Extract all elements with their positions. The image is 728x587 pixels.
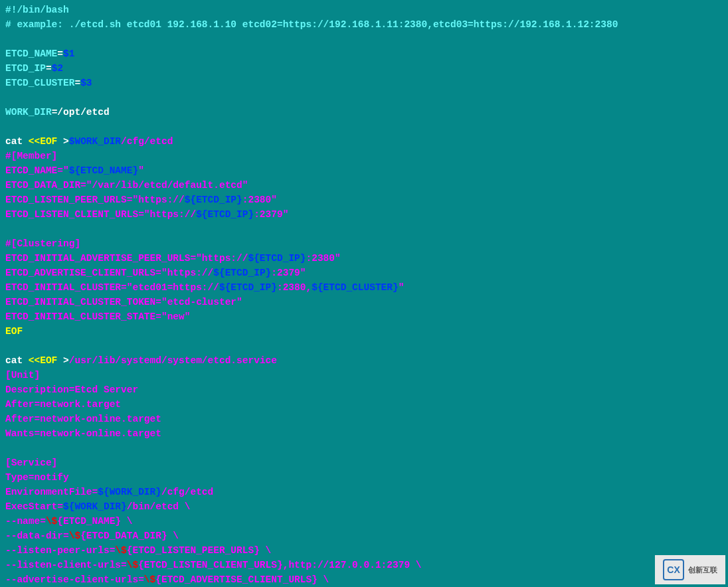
code-token: --data-dir= [5,531,69,541]
code-token: = [57,48,63,59]
code-token: {ETCD_NAME} \ [57,516,132,527]
code-line: Wants=network-online.target [5,426,723,441]
code-token: $WORK_DIR [69,136,121,147]
code-token: \$ [127,560,138,570]
code-line: ExecStart=${WORK_DIR}/bin/etcd \ [5,499,723,514]
code-line: cat <<EOF >/usr/lib/systemd/system/etcd.… [5,353,723,368]
code-line: EOF [5,324,723,339]
code-line: Type=notify [5,470,723,485]
code-line [5,90,723,105]
code-line: Description=Etcd Server [5,382,723,397]
code-token: " [138,165,144,176]
code-line: --advertise-client-urls=\${ETCD_ADVERTIS… [5,572,723,587]
code-token: #[Clustering] [5,238,80,249]
code-line: WORK_DIR=/opt/etcd [5,105,723,120]
code-line: [Service] [5,456,723,470]
code-token: --name= [5,516,46,527]
code-line: --listen-peer-urls=\${ETCD_LISTEN_PEER_U… [5,543,723,558]
code-token: ETCD_INITIAL_ADVERTISE_PEER_URLS="https:… [5,253,248,264]
code-line [5,441,723,456]
code-token: ETCD_LISTEN_CLIENT_URLS="https:// [5,209,196,220]
code-token: After=network-online.target [5,414,161,424]
code-token: [Unit] [5,370,40,380]
code-token: ${WORK_DIR} [98,487,161,497]
code-token: # example: ./etcd.sh etcd01 192.168.1.10… [5,19,618,30]
watermark: CX 创新互联 [655,555,725,584]
code-token: {ETCD_ADVERTISE_CLIENT_URLS} \ [155,574,329,585]
code-token: ETCD_INITIAL_CLUSTER_STATE="new" [5,311,190,322]
code-token: cat [5,355,29,366]
code-line: #!/bin/bash [5,3,723,17]
code-token: /cfg/etcd [121,136,173,147]
code-token: /usr/lib/systemd/system/etcd.service [69,355,277,366]
code-token: ${ETCD_IP} [248,253,306,264]
code-line: ETCD_INITIAL_CLUSTER="etcd01=https://${E… [5,280,723,295]
code-token: --advertise-client-urls= [5,574,144,585]
code-token: {ETCD_LISTEN_PEER_URLS} \ [127,545,272,556]
code-token: > [63,136,69,147]
code-token: {ETCD_DATA_DIR} \ [80,531,179,541]
code-line: ETCD_DATA_DIR="/var/lib/etcd/default.etc… [5,178,723,193]
code-token: ETCD_CLUSTER [5,78,74,88]
code-token: ETCD_NAME [5,48,57,59]
code-line [5,120,723,134]
code-block: #!/bin/bash# example: ./etcd.sh etcd01 1… [0,0,728,587]
code-token: \$ [69,531,80,541]
code-token: ${ETCD_IP} [213,268,271,278]
code-token: After=network.target [5,399,121,410]
code-token: cat [5,136,29,147]
code-token: :2380" [242,195,277,205]
code-line: ETCD_NAME=$1 [5,46,723,61]
code-token: ETCD_LISTEN_PEER_URLS="https:// [5,195,185,205]
code-line: #[Member] [5,149,723,163]
code-token: ETCD_DATA_DIR="/var/lib/etcd/default.etc… [5,180,248,191]
code-token: \$ [144,574,155,585]
code-token: EOF [5,326,23,337]
code-token: ${ETCD_CLUSTER} [312,282,399,293]
code-token: :2380" [306,253,340,264]
code-token: ETCD_NAME=" [5,165,69,176]
code-line: [Unit] [5,368,723,382]
code-token: ExecStart= [5,501,63,512]
code-token: :2380, [277,282,312,293]
code-token: Type=notify [5,472,69,483]
code-line: --data-dir=\${ETCD_DATA_DIR} \ [5,529,723,543]
code-line: ETCD_LISTEN_CLIENT_URLS="https://${ETCD_… [5,207,723,222]
code-token: $2 [52,63,63,74]
code-line [5,32,723,46]
code-token: $3 [80,78,92,88]
code-line: --name=\${ETCD_NAME} \ [5,514,723,529]
code-token: :2379" [271,268,306,278]
code-token: ${ETCD_IP} [196,209,254,220]
code-token: [Service] [5,458,57,468]
code-line: ETCD_ADVERTISE_CLIENT_URLS="https://${ET… [5,266,723,280]
code-token: $1 [63,48,74,59]
code-token: =/opt/etcd [52,107,110,118]
code-token: --listen-client-urls= [5,560,127,570]
code-token: > [63,355,69,366]
code-token: {ETCD_LISTEN_CLIENT_URLS},http://127.0.0… [138,560,421,570]
code-token: /cfg/etcd [161,487,213,497]
code-line: ETCD_NAME="${ETCD_NAME}" [5,163,723,178]
code-line [5,339,723,353]
code-line: EnvironmentFile=${WORK_DIR}/cfg/etcd [5,485,723,499]
watermark-text: 创新互联 [688,562,717,577]
code-token: = [46,63,52,74]
code-token: #[Member] [5,151,57,161]
code-token: --listen-peer-urls= [5,545,115,556]
code-token: ETCD_INITIAL_CLUSTER_TOKEN="etcd-cluster… [5,297,242,307]
code-line: cat <<EOF >$WORK_DIR/cfg/etcd [5,134,723,149]
code-token: #!/bin/bash [5,5,69,15]
watermark-logo-text: CX [667,562,680,577]
code-line: ETCD_LISTEN_PEER_URLS="https://${ETCD_IP… [5,193,723,207]
code-token: <<EOF [29,136,63,147]
code-token: WORK_DIR [5,107,52,118]
code-token: EnvironmentFile= [5,487,98,497]
code-token: ETCD_IP [5,63,46,74]
code-token: " [399,282,405,293]
code-line: --listen-client-urls=\${ETCD_LISTEN_CLIE… [5,558,723,572]
code-token: Wants=network-online.target [5,428,161,439]
code-token: ETCD_INITIAL_CLUSTER="etcd01=https:// [5,282,219,293]
watermark-logo-icon: CX [663,559,684,580]
code-token: Description=Etcd Server [5,384,138,395]
